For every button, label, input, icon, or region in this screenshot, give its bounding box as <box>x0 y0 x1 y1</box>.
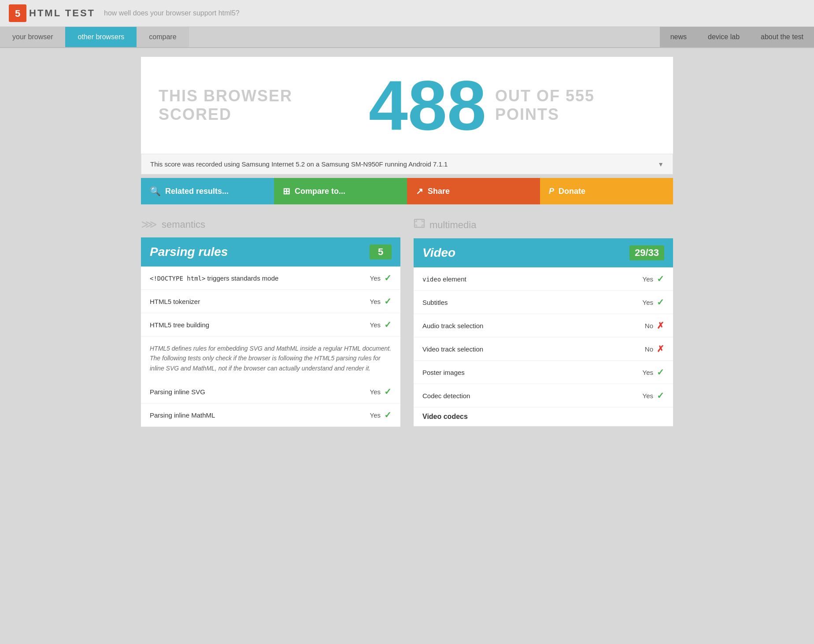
test-result: Yes ✓ <box>629 390 664 401</box>
test-name: Subtitles <box>422 299 629 306</box>
logo: 5 HTML TEST <box>9 4 95 22</box>
check-icon: ✓ <box>657 274 664 284</box>
test-item: Video track selection No ✗ <box>414 337 673 361</box>
action-bar: 🔍 Related results... ⊞ Compare to... ↗ S… <box>141 178 673 204</box>
search-icon: 🔍 <box>150 186 161 196</box>
check-icon: ✗ <box>657 344 664 354</box>
test-result: Yes ✓ <box>356 410 392 420</box>
score-number: 488 <box>369 70 486 141</box>
test-item: Parsing inline SVG Yes ✓ <box>141 380 400 403</box>
check-icon: ✗ <box>657 320 664 331</box>
related-results-button[interactable]: 🔍 Related results... <box>141 178 274 204</box>
test-result: No ✗ <box>629 320 664 331</box>
nav-device-lab[interactable]: device lab <box>697 27 750 47</box>
multimedia-title: multimedia <box>414 218 673 232</box>
test-item: Poster images Yes ✓ <box>414 361 673 384</box>
logo-title: HTML TEST <box>29 7 95 19</box>
dropdown-arrow-icon: ▼ <box>658 161 664 168</box>
test-result: Yes ✓ <box>629 274 664 284</box>
share-button[interactable]: ↗ Share <box>407 178 540 204</box>
semantics-title: ⋙ semantics <box>141 218 400 231</box>
check-icon: ✓ <box>657 367 664 378</box>
video-codecs-subsection: Video codecs <box>414 407 673 426</box>
check-icon: ✓ <box>384 273 392 283</box>
test-item: HTML5 tree building Yes ✓ <box>141 313 400 337</box>
svg-rect-5 <box>414 225 417 227</box>
test-result: Yes ✓ <box>629 297 664 307</box>
sections: ⋙ semantics Parsing rules 5 <!DOCTYPE ht… <box>141 218 673 427</box>
test-result: Yes ✓ <box>356 273 392 283</box>
test-name: Poster images <box>422 369 629 376</box>
parsing-rules-header: Parsing rules 5 <box>141 237 400 266</box>
nav-about-the-test[interactable]: about the test <box>750 27 814 47</box>
test-result: Yes ✓ <box>356 296 392 307</box>
nav-news[interactable]: news <box>660 27 697 47</box>
test-item: Audio track selection No ✗ <box>414 314 673 337</box>
related-results-label: Related results... <box>165 187 229 196</box>
test-item: Subtitles Yes ✓ <box>414 291 673 314</box>
semantics-label: semantics <box>162 219 205 230</box>
nav-other-browsers[interactable]: other browsers <box>65 27 137 47</box>
check-icon: ✓ <box>384 296 392 307</box>
test-name: <!DOCTYPE html> triggers standards mode <box>150 274 356 282</box>
score-prefix: THIS BROWSER SCORED <box>159 87 360 124</box>
nav-your-browser[interactable]: your browser <box>0 27 65 47</box>
check-icon: ✓ <box>657 297 664 307</box>
grid-icon: ⊞ <box>283 186 290 196</box>
parsing-note: HTML5 defines rules for embedding SVG an… <box>141 337 400 380</box>
test-name: video element <box>422 275 629 283</box>
svg-rect-2 <box>414 219 424 227</box>
score-panel: THIS BROWSER SCORED 488 OUT OF 555 POINT… <box>141 57 673 154</box>
svg-rect-4 <box>422 219 424 222</box>
score-suffix: OUT OF 555 POINTS <box>495 87 655 124</box>
test-item: Codec detection Yes ✓ <box>414 384 673 407</box>
parsing-rules-name: Parsing rules <box>150 245 228 259</box>
share-label: Share <box>428 187 450 196</box>
nav-right: news device lab about the test <box>660 27 814 47</box>
multimedia-icon <box>414 218 425 232</box>
result-label: No <box>645 322 653 329</box>
test-result: No ✗ <box>629 344 664 354</box>
nav-compare[interactable]: compare <box>137 27 189 47</box>
svg-rect-6 <box>422 225 424 227</box>
test-item: HTML5 tokenizer Yes ✓ <box>141 290 400 313</box>
header: 5 HTML TEST how well does your browser s… <box>0 0 814 27</box>
share-icon: ↗ <box>416 186 423 196</box>
nav-left: your browser other browsers compare <box>0 27 189 47</box>
multimedia-section: multimedia Video 29/33 video element Yes… <box>414 218 673 427</box>
test-result: Yes ✓ <box>356 319 392 330</box>
test-name: Audio track selection <box>422 322 629 329</box>
test-name: Parsing inline SVG <box>150 388 356 396</box>
test-item: Parsing inline MathML Yes ✓ <box>141 403 400 427</box>
test-result: Yes ✓ <box>629 367 664 378</box>
score-info-bar[interactable]: This score was recorded using Samsung In… <box>141 154 673 174</box>
video-name: Video <box>422 246 455 260</box>
video-test-list: video element Yes ✓ Subtitles Yes ✓ Audi… <box>414 267 673 426</box>
test-item: video element Yes ✓ <box>414 267 673 291</box>
parsing-rules-score: 5 <box>370 244 392 259</box>
paypal-icon: P <box>549 187 554 196</box>
main-nav: your browser other browsers compare news… <box>0 27 814 48</box>
tagline: how well does your browser support html5… <box>104 9 240 17</box>
check-icon: ✓ <box>384 319 392 330</box>
multimedia-label: multimedia <box>429 219 476 231</box>
donate-button[interactable]: P Donate <box>540 178 673 204</box>
semantics-section: ⋙ semantics Parsing rules 5 <!DOCTYPE ht… <box>141 218 400 427</box>
test-name: Video track selection <box>422 345 629 353</box>
film-icon <box>414 218 425 229</box>
compare-to-label: Compare to... <box>295 187 345 196</box>
video-score: 29/33 <box>629 245 664 260</box>
content: THIS BROWSER SCORED 488 OUT OF 555 POINT… <box>134 48 680 436</box>
result-label: Yes <box>643 299 653 306</box>
test-name: Codec detection <box>422 392 629 400</box>
test-item: <!DOCTYPE html> triggers standards mode … <box>141 266 400 290</box>
html5-logo-icon: 5 <box>9 4 26 22</box>
result-label: Yes <box>643 275 653 283</box>
compare-to-button[interactable]: ⊞ Compare to... <box>274 178 407 204</box>
check-icon: ✓ <box>384 386 392 397</box>
test-result: Yes ✓ <box>356 386 392 397</box>
check-icon: ✓ <box>384 410 392 420</box>
semantics-icon: ⋙ <box>141 218 157 231</box>
test-name: Parsing inline MathML <box>150 411 356 419</box>
result-label: No <box>645 345 653 353</box>
